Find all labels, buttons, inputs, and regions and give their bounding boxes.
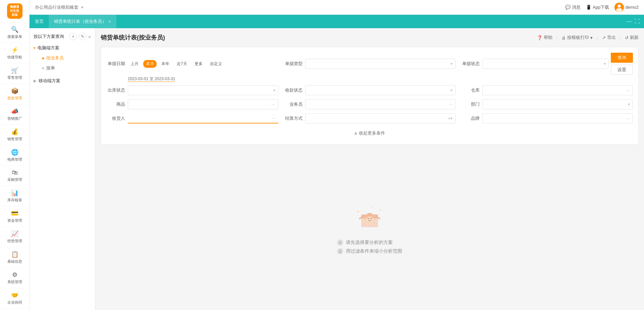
scheme-item-order-label: 按单: [46, 65, 55, 71]
export-button[interactable]: ↗ 导出: [602, 35, 616, 41]
docstatus-select[interactable]: ▾: [482, 59, 609, 69]
scheme-add-button[interactable]: +: [69, 33, 77, 40]
sidebar-item-marketing[interactable]: 📣 营销推广: [0, 104, 29, 125]
scheme-edit-button[interactable]: ✎: [79, 33, 86, 40]
breadcrumb-dropdown-icon[interactable]: ▾: [81, 5, 83, 10]
sidebar-item-ecommerce-label: 电商管理: [7, 157, 22, 162]
header-left: 办公用品行业模拟账套 ▾: [35, 4, 83, 10]
message-button[interactable]: 💬 消息: [565, 4, 581, 10]
finance-icon: 💳: [11, 210, 18, 217]
sidebar-item-search-label: 搜索菜单: [7, 34, 22, 39]
scheme-group-mobile: ▶ 移动端方案: [30, 76, 95, 86]
dept-arrow-icon: ▾: [628, 102, 630, 107]
help-button[interactable]: ❓ 帮助: [537, 35, 552, 41]
sidebar-item-retail-label: 零售管理: [7, 75, 22, 80]
payment-arrow-icon: ▾: [450, 116, 452, 121]
content: 按以下方案查询 + ✎ « ▾ 电脑端方案 ● 按业务员: [30, 28, 644, 310]
sidebar-item-ecommerce[interactable]: 🌐 电商管理: [0, 145, 29, 166]
sidebar-item-collab[interactable]: 🤝 企业协同: [0, 288, 29, 309]
sidebar-item-operations[interactable]: 📈 经营管理: [0, 227, 29, 247]
date-tab-more[interactable]: 更多: [192, 60, 205, 68]
sidebar-item-guide[interactable]: 🎯 新手引导: [0, 309, 29, 310]
sidebar-item-system-label: 系统管理: [7, 279, 22, 285]
brand-more-icon[interactable]: ···: [626, 116, 630, 121]
scheme-panel-header: 按以下方案查询 + ✎ «: [30, 32, 95, 43]
logo-icon: 畅捷通好生意标版: [7, 3, 22, 19]
date-tab-thisyear[interactable]: 本年: [159, 60, 172, 68]
sidebar-item-inventory[interactable]: 📊 库存核算: [0, 186, 29, 206]
page-title-actions: ❓ 帮助 | 🖨 按模板打印 ▾ | ↗ 导出 |: [537, 35, 639, 41]
tab-close-icon[interactable]: ×: [108, 19, 111, 24]
consignee-more-icon[interactable]: ···: [272, 115, 276, 121]
svg-text:✦: ✦: [371, 207, 373, 209]
print-dropdown-icon[interactable]: ▾: [590, 35, 593, 40]
tab-minimize-icon[interactable]: —: [627, 18, 632, 24]
operations-icon: 📈: [11, 230, 18, 238]
date-tab-lastmonth[interactable]: 上月: [128, 60, 141, 68]
user-avatar-button[interactable]: demo2: [614, 3, 639, 12]
salesperson-more-icon[interactable]: ···: [449, 102, 453, 107]
scheme-item-salesperson[interactable]: ● 按业务员: [39, 53, 91, 63]
app-download-button[interactable]: 📱 App下载: [586, 4, 609, 10]
filter-item-docstatus: 单据状态 ▾ 查询 设置: [461, 53, 633, 75]
tab-actions: — ⛶: [623, 18, 644, 24]
warehouse-more-icon[interactable]: ···: [626, 88, 630, 93]
settings-button[interactable]: 设置: [611, 65, 633, 75]
filter-item-dept: 部门 ▾: [461, 99, 633, 109]
consignee-input[interactable]: ···: [128, 113, 278, 123]
brand-select[interactable]: ···: [482, 113, 633, 123]
warehouse-select[interactable]: ···: [482, 85, 633, 95]
sidebar-item-system[interactable]: ⚙ 系统管理: [0, 268, 29, 288]
tab-home[interactable]: 首页: [30, 15, 49, 28]
sidebar: 畅捷通好生意标版 🔍 搜索菜单 ⚡ 快捷导航 🛒 零售管理 📦 批发管理 📣 营…: [0, 0, 30, 310]
sidebar-item-search[interactable]: 🔍 搜索菜单: [0, 22, 29, 43]
tab-maximize-icon[interactable]: ⛶: [635, 18, 640, 24]
goods-select[interactable]: ···: [128, 99, 278, 109]
receiptstatus-select[interactable]: ▾: [305, 85, 456, 95]
filter-item-doctype: 单据类型 ▾: [284, 53, 456, 75]
query-button[interactable]: 查询: [611, 53, 633, 63]
refresh-button[interactable]: ↺ 刷新: [625, 35, 639, 41]
collapse-button[interactable]: ∧ 收起更多条件: [354, 130, 385, 136]
sidebar-item-basic[interactable]: 📋 基础信息: [0, 247, 29, 268]
filter-row-4: 收货人 ··· 结算方式 × ▾: [106, 113, 633, 123]
download-icon: 📱: [586, 5, 591, 10]
marketing-icon: 📣: [11, 108, 18, 115]
step-1-text: 请先选择要分析的方案: [346, 240, 393, 246]
sidebar-item-wholesale[interactable]: 📦 批发管理: [0, 84, 29, 104]
date-tab-custom[interactable]: 自定义: [207, 60, 225, 68]
date-tab-thismonth[interactable]: 本月: [143, 60, 157, 68]
sidebar-item-sales[interactable]: 💰 销售管理: [0, 125, 29, 145]
filter-item-date: 单据日期 上月 本月 本年 近7天 更多 自定义: [106, 53, 278, 75]
scheme-group-mobile-label: 移动端方案: [39, 78, 60, 84]
warehouse-label: 仓库: [461, 87, 480, 93]
sidebar-item-purchase[interactable]: 🛍 采购管理: [0, 166, 29, 186]
payment-clear-icon[interactable]: ×: [448, 116, 450, 121]
sidebar-item-finance[interactable]: 💳 资金管理: [0, 206, 29, 227]
scheme-group-mobile-header[interactable]: ▶ 移动端方案: [34, 76, 91, 86]
payment-select[interactable]: × ▾: [305, 113, 456, 123]
sidebar-item-retail[interactable]: 🛒 零售管理: [0, 63, 29, 84]
step-1-num: 1: [337, 240, 343, 246]
sidebar-item-quicknav[interactable]: ⚡ 快捷导航: [0, 43, 29, 63]
svg-point-6: [366, 216, 373, 223]
scheme-item-salesperson-label: 按业务员: [46, 55, 64, 61]
dept-select[interactable]: ▾: [482, 99, 633, 109]
tab-sales-report[interactable]: 销货单统计表（按业务员） ×: [49, 15, 116, 28]
outstatus-select[interactable]: ▾: [128, 85, 278, 95]
salesperson-select[interactable]: ···: [305, 99, 456, 109]
goods-more-icon[interactable]: ···: [271, 102, 275, 107]
scheme-group-desktop-header[interactable]: ▾ 电脑端方案: [34, 43, 91, 53]
scheme-item-order[interactable]: ≡ 按单: [39, 63, 91, 73]
filter-row-1: 单据日期 上月 本月 本年 近7天 更多 自定义 单据类型: [106, 53, 633, 75]
filter-item-brand: 品牌 ···: [461, 113, 633, 123]
basic-icon: 📋: [11, 251, 18, 258]
print-button[interactable]: 🖨 按模板打印 ▾: [561, 35, 593, 41]
doctype-select[interactable]: ▾: [305, 59, 456, 69]
scheme-collapse-button[interactable]: «: [88, 34, 91, 39]
header-right: 💬 消息 📱 App下载 demo2: [565, 3, 639, 12]
date-tab-7days[interactable]: 近7天: [174, 60, 190, 68]
empty-step-1: 1 请先选择要分析的方案: [337, 240, 402, 246]
sidebar-item-operations-label: 经营管理: [7, 239, 22, 244]
receiptstatus-arrow-icon: ▾: [450, 88, 452, 93]
